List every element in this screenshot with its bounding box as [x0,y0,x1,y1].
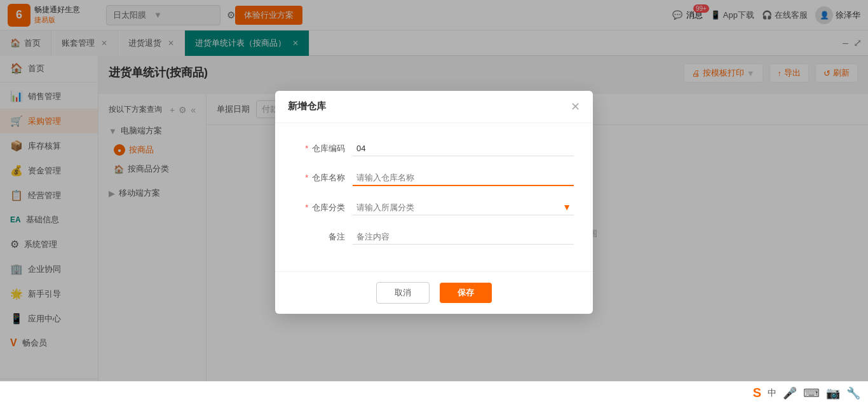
save-button[interactable]: 保存 [440,283,492,303]
category-select-wrap[interactable]: ▼ [353,200,574,215]
bottom-s-icon[interactable]: S [753,386,761,400]
code-label: * 仓库编码 [294,143,345,154]
category-label: * 仓库分类 [294,202,345,213]
bottom-mic-icon[interactable]: 🎤 [783,386,797,400]
bottom-camera-icon[interactable]: 📷 [826,386,840,400]
form-row-code: * 仓库编码 [294,141,574,156]
bottom-bar: S 中 🎤 ⌨ 📷 🔧 [0,381,868,404]
bottom-keyboard-icon[interactable]: ⌨ [803,386,820,400]
form-row-note: 备注 [294,229,574,245]
note-input[interactable] [353,229,574,245]
name-input[interactable] [353,170,574,186]
modal-overlay[interactable]: 新增仓库 ✕ * 仓库编码 * 仓库名称 * [0,0,868,404]
bottom-zh-icon[interactable]: 中 [768,387,776,399]
category-input[interactable] [353,200,562,215]
bottom-tool-icon[interactable]: 🔧 [846,386,860,400]
modal-footer: 取消 保存 [275,271,593,314]
code-input[interactable] [353,141,574,156]
form-row-category: * 仓库分类 ▼ [294,200,574,215]
add-warehouse-modal: 新增仓库 ✕ * 仓库编码 * 仓库名称 * [275,91,593,314]
note-label: 备注 [294,231,345,243]
modal-title: 新增仓库 [288,100,326,112]
modal-close-button[interactable]: ✕ [571,100,580,114]
modal-body: * 仓库编码 * 仓库名称 * 仓库分类 ▼ [275,123,593,271]
name-label: * 仓库名称 [294,172,345,184]
modal-header: 新增仓库 ✕ [275,91,593,123]
form-row-name: * 仓库名称 [294,170,574,186]
category-dropdown-arrow-icon[interactable]: ▼ [562,202,571,212]
cancel-button[interactable]: 取消 [376,282,430,304]
